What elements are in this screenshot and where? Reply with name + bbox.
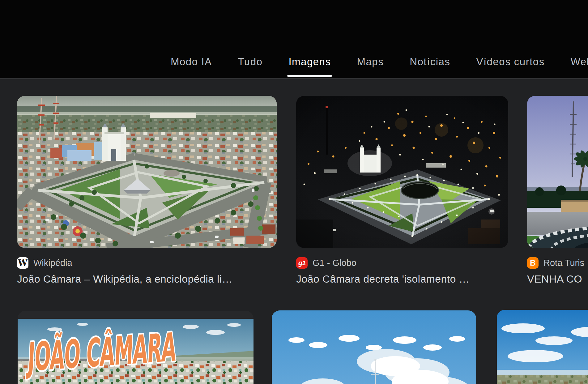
g1-favicon: g1 [296,257,308,269]
result-thumbnail-evening-fountain[interactable] [527,96,588,248]
wikipedia-favicon: W [17,257,28,269]
result-caption: g1 G1 - Globo João Câmara decreta 'isola… [296,248,508,285]
tab-modo-ia[interactable]: Modo IA [171,56,212,67]
google-images-results-page: Modo IA Tudo Imagens Maps Notícias Vídeo… [0,0,588,384]
search-header: Modo IA Tudo Imagens Maps Notícias Vídeo… [0,0,588,79]
result-title[interactable]: João Câmara – Wikipédia, a enciclopédia … [17,273,277,285]
result-thumbnail-aerial-lake-town[interactable] [497,310,588,384]
result-caption: B Rota Turis VENHA CO [527,248,588,285]
result-thumbnail-sky-church-towers[interactable] [272,310,476,384]
result-thumbnail-day-aerial-plaza[interactable] [17,96,277,248]
sky-church-towers-illustration [272,310,476,384]
result-thumbnail-night-aerial-plaza[interactable] [296,96,508,248]
tab-maps[interactable]: Maps [357,56,384,67]
result-thumbnail-postcard-town[interactable]: JOÃO CÂMARA [18,311,254,384]
favicon-glyph: W [18,258,27,268]
result-source[interactable]: G1 - Globo [313,258,356,268]
result-title[interactable]: VENHA CO [527,273,588,285]
favicon-glyph: B [530,258,536,268]
image-result-card [497,310,588,384]
tab-noticias[interactable]: Notícias [410,56,450,67]
tab-web[interactable]: Web [571,56,588,67]
result-caption: W Wikipédia João Câmara – Wikipédia, a e… [17,248,277,285]
night-aerial-plaza-illustration [296,96,508,248]
image-result-card: W Wikipédia João Câmara – Wikipédia, a e… [17,96,277,285]
result-source-row[interactable]: W Wikipédia [17,257,277,269]
tab-tudo[interactable]: Tudo [238,56,262,67]
image-result-card: g1 G1 - Globo João Câmara decreta 'isola… [296,96,508,285]
favicon-glyph: g1 [298,259,306,267]
tab-videos-curtos[interactable]: Vídeos curtos [476,56,544,67]
postcard-town-illustration: JOÃO CÂMARA [18,311,254,384]
blogger-favicon: B [527,257,539,269]
result-source[interactable]: Wikipédia [33,258,72,268]
result-source[interactable]: Rota Turis [543,258,584,268]
image-result-card: JOÃO CÂMARA [18,311,254,384]
result-title[interactable]: João Câmara decreta 'isolamento … [296,273,508,285]
tab-imagens[interactable]: Imagens [288,56,331,67]
image-result-card: B Rota Turis VENHA CO [527,96,588,285]
result-source-row[interactable]: g1 G1 - Globo [296,257,508,269]
image-result-card [272,310,476,384]
evening-fountain-illustration [527,96,588,248]
result-source-row[interactable]: B Rota Turis [527,257,588,269]
result-type-tabs: Modo IA Tudo Imagens Maps Notícias Vídeo… [171,56,588,67]
aerial-lake-town-illustration [497,310,588,384]
day-aerial-plaza-illustration [17,96,277,248]
